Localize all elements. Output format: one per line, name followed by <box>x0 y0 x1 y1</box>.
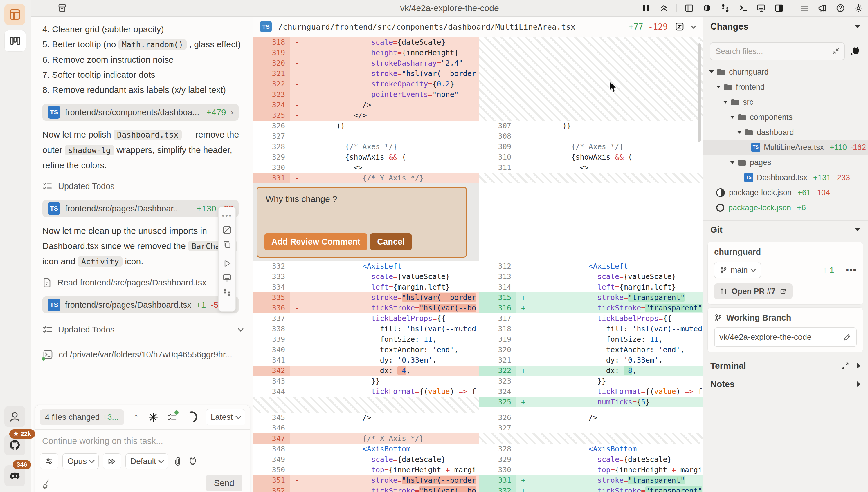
tree-item[interactable]: src <box>703 95 868 110</box>
diff-code-line[interactable]: 339 fontSize: 11, <box>253 334 479 345</box>
diff-code-line[interactable]: 345 /> <box>253 413 479 423</box>
panel-left-icon[interactable] <box>684 3 695 14</box>
todos-row[interactable]: Updated Todos <box>42 179 243 194</box>
cancel-button[interactable]: Cancel <box>370 233 412 250</box>
diff-code-line[interactable]: 330 top={innerHeight + margi <box>479 465 703 475</box>
edit-pencil-icon[interactable] <box>843 333 851 341</box>
diff-code-line[interactable]: 322- strokeOpacity={0.2} <box>253 79 479 89</box>
monitor-icon[interactable] <box>220 272 233 284</box>
fast-forward-button[interactable] <box>103 453 121 469</box>
message-input[interactable]: Continue working on this task... <box>35 429 250 446</box>
diff-code-line[interactable]: 331+ stroke="transparent" <box>479 475 703 486</box>
diff-mode-icon[interactable] <box>674 21 685 32</box>
chevron-right-icon[interactable] <box>857 381 861 387</box>
diff-code-line[interactable]: 332+ tickStroke="transparent" <box>479 486 703 492</box>
diff-code-line[interactable]: 307 )} <box>479 121 703 131</box>
tree-item[interactable]: components <box>703 110 868 125</box>
model-dropdown[interactable]: Opus <box>63 453 99 469</box>
diff-code-line[interactable]: 328 {/* Axes */} <box>253 142 479 152</box>
read-file-row[interactable]: Read frontend/src/pages/Dashboard.tsx <box>42 275 243 290</box>
diff-code-line[interactable]: 320- strokeDasharray="2,4" <box>253 58 479 69</box>
diff-code-line[interactable]: 308 <box>479 131 703 142</box>
notes-section-header[interactable]: Notes <box>703 375 868 393</box>
diff-code-line[interactable]: 351- stroke="hsl(var(--border <box>253 475 479 486</box>
diff-code-line[interactable]: 314 left={margin.left} <box>479 282 703 292</box>
todo-status-icon[interactable] <box>167 412 178 423</box>
diff-code-line[interactable]: 338 fill: 'hsl(var(--muted <box>253 324 479 334</box>
diff-code-line[interactable]: 323 }} <box>479 376 703 387</box>
chat-bubble-icon[interactable] <box>702 3 713 14</box>
changes-header[interactable]: Changes <box>703 17 868 37</box>
diff-code-line[interactable]: 344 tickFormat={(value) => f <box>253 387 479 397</box>
git-section-header[interactable]: Git <box>703 220 868 239</box>
tree-item[interactable]: package-lock.json+61-104 <box>703 185 868 200</box>
permission-mode-dropdown[interactable]: Default <box>125 453 168 469</box>
search-files-input[interactable]: Search files... <box>710 42 845 60</box>
expand-icon[interactable] <box>841 362 849 370</box>
play-icon[interactable] <box>220 257 233 270</box>
help-icon[interactable] <box>835 3 846 14</box>
diff-code-line[interactable]: 348 <AxisBottom <box>253 444 479 454</box>
more-options-icon[interactable]: ••• <box>220 209 233 222</box>
tree-item[interactable]: frontend <box>703 79 868 95</box>
diff-code-line[interactable]: 323- pointerEvents="none" <box>253 89 479 100</box>
diff-code-line[interactable]: 325- </> <box>253 110 479 121</box>
chevron-down-icon[interactable] <box>690 23 697 29</box>
menu-icon[interactable] <box>799 3 810 14</box>
diff-code-line[interactable]: 352- tickStroke="hsl(var(--bo <box>253 486 479 492</box>
workspace-button-active[interactable] <box>4 4 25 25</box>
diff-code-line[interactable]: 350 top={innerHeight + margi <box>253 465 479 475</box>
diff-code-line[interactable]: 329 scale={dateScale} <box>479 454 703 465</box>
tree-item[interactable]: package-lock.json+6 <box>703 200 868 215</box>
tree-item[interactable]: TSDashboard.tsx+131-233 <box>703 170 868 185</box>
add-review-comment-button[interactable]: Add Review Comment <box>264 233 367 250</box>
scroll-top-icon[interactable]: ↑ <box>133 412 140 423</box>
diff-code-line[interactable]: 337 tickLabelProps={{ <box>253 313 479 324</box>
diff-code-line[interactable]: 322+ dx: -8, <box>479 366 703 376</box>
version-dropdown[interactable]: Latest <box>206 409 245 425</box>
diff-code-line[interactable]: 328 <AxisBottom <box>479 444 703 454</box>
open-pr-button[interactable]: Open PR #7 <box>714 284 793 299</box>
terminal-icon[interactable] <box>738 3 749 14</box>
diff-code-line[interactable]: 347- {/* X Axis */} <box>253 434 479 444</box>
monitor-icon[interactable] <box>756 3 767 14</box>
diff-code-line[interactable]: 326 /> <box>479 413 703 423</box>
diff-code-line[interactable]: 326 )} <box>253 121 479 131</box>
panel-right-icon[interactable] <box>774 3 785 14</box>
todos-row[interactable]: Updated Todos <box>42 322 243 337</box>
settings-sliders-button[interactable] <box>40 453 58 469</box>
diff-code-line[interactable]: 310 {showAxis && ( <box>479 152 703 163</box>
diff-code-line[interactable]: 325+ numTicks={5} <box>479 397 703 407</box>
collapse-tree-icon[interactable] <box>831 47 840 56</box>
files-changed-chip[interactable]: 4 files changed+3... <box>40 409 124 425</box>
collapse-up-icon[interactable] <box>658 3 670 14</box>
copy-icon[interactable] <box>220 238 233 251</box>
diff-code-line[interactable]: 324 tickFormat={(value) => f <box>479 387 703 397</box>
diff-code-line[interactable]: 334 left={margin.left} <box>253 282 479 292</box>
diff-code-line[interactable]: 332 <AxisLeft <box>253 261 479 272</box>
diff-code-line[interactable]: 313 scale={valueScale} <box>479 272 703 282</box>
diff-code-line[interactable]: 311 <> <box>479 163 703 173</box>
diff-code-line[interactable]: 317 tickLabelProps={{ <box>479 313 703 324</box>
diff-code-line[interactable]: 321 dy: '0.33em', <box>479 355 703 366</box>
review-comment-input[interactable]: Why this change ? <box>258 188 466 204</box>
cat-agent-icon[interactable] <box>850 46 862 57</box>
diff-code-line[interactable]: 309 {/* Axes */} <box>479 142 703 152</box>
git-compare-icon[interactable] <box>220 286 233 299</box>
diff-code-line[interactable]: 335- stroke="hsl(var(--border <box>253 292 479 303</box>
send-button[interactable]: Send <box>206 474 242 491</box>
diff-code-line[interactable]: 318 fill: 'hsl(var(--muted <box>479 324 703 334</box>
diff-code-line[interactable]: 320 textAnchor: 'end', <box>479 345 703 355</box>
diff-code-line[interactable]: 330 <> <box>253 163 479 173</box>
diff-code-line[interactable]: 319 fontSize: 11, <box>479 334 703 345</box>
diff-code-line[interactable]: 342- dx: -4, <box>253 366 479 376</box>
pause-icon[interactable] <box>640 3 652 14</box>
chevron-right-icon[interactable] <box>857 363 861 369</box>
diff-code-line[interactable]: 318- scale={dateScale} <box>253 37 479 48</box>
cat-agent-icon[interactable] <box>187 456 198 467</box>
ahead-count[interactable]: ↑ 1 <box>823 266 834 275</box>
board-view-button[interactable] <box>4 30 26 52</box>
file-diff-chip[interactable]: TS frontend/src/components/dashboa... +4… <box>42 104 239 121</box>
diff-code-line[interactable]: 315+ stroke="transparent" <box>479 292 703 303</box>
diff-code-line[interactable]: 346 <box>253 423 479 434</box>
